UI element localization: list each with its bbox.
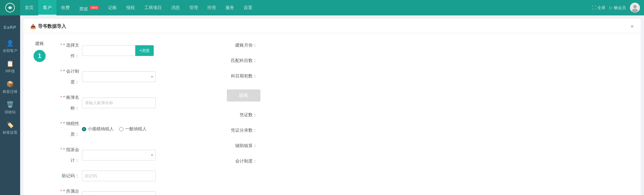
form-row-file: * 选择文件： +浏览 [52,40,180,61]
accounting-system-select-wrapper: ▾ [82,71,156,82]
form-row-memo: 助记码： [52,171,180,181]
migration-icon: 📦 [6,80,14,88]
fullscreen-icon: ⛶ [592,5,596,10]
main-content: 📥 导爷数据导入 × 建账 1 * 选择文件： [20,15,644,195]
nav-invoices[interactable]: 票据 new [75,0,103,15]
step-label: 建账 [35,41,44,47]
svg-point-2 [633,5,637,8]
play-icon: ▷ [609,5,612,10]
form-grid: * 选择文件： +浏览 * 会计制度： [52,40,180,195]
voucher-entries-label: 凭证分录数： [227,125,257,136]
nav-management[interactable]: 管理 [185,0,203,15]
sidebar-item-declaration[interactable]: 📋 0申报 [0,57,20,77]
accountant-select-wrapper: ▾ [82,150,156,160]
top-navigation: 首页 客户 收费 票据 new 记账 报税 工商项目 消息 管理 经营 服务 设… [0,0,644,15]
voucher-label: 凭证数： [227,110,257,120]
info-row-account-month: 建账月份： [227,40,301,51]
account-month-label: 建账月份： [227,40,257,51]
dialog-card: 📥 导爷数据导入 × 建账 1 * 选择文件： [23,19,641,195]
avatar[interactable] [630,3,640,13]
nav-tax[interactable]: 报税 [121,0,140,15]
svg-point-3 [632,9,638,12]
accounting-system-label: * 会计制度： [52,66,79,87]
nav-messages[interactable]: 消息 [166,0,185,15]
nav-customers[interactable]: 客户 [38,0,56,15]
subject-init-label: 科目期初数： [227,71,257,81]
file-text-input[interactable] [82,45,136,56]
close-button[interactable]: × [630,23,634,29]
dialog-title: 📥 导爷数据导入 [30,23,66,29]
radio-general-taxpayer[interactable]: 一般纳税人 [119,126,147,132]
memo-input[interactable] [82,171,156,181]
build-btn-wrapper: 建账 [227,89,301,102]
trash-icon: 🗑️ [6,101,14,108]
sidebar-item-migration[interactable]: 📦 账套迁移 [0,77,20,97]
fullscreen-btn[interactable]: ⛶ 全屏 [592,5,605,11]
build-account-button[interactable]: 建账 [227,89,260,102]
sidebar-item-recycle[interactable]: 🗑️ 回收站 [0,97,20,118]
form-left-section: 建账 1 * 选择文件： +浏览 [34,40,180,195]
declaration-icon: 📋 [6,60,14,67]
info-row-voucher: 凭证数： [227,110,301,120]
logo [0,0,20,15]
memo-label: 助记码： [52,171,79,181]
ledger-name-input[interactable] [82,97,156,108]
accountant-select[interactable] [82,150,156,160]
form-row-company: * 所属企业： [52,186,180,195]
tag-icon: 🏷️ [6,121,14,129]
form-row-accounting-system: * 会计制度： ▾ [52,66,180,87]
company-input[interactable] [82,191,156,195]
sidebar-item-all-clients[interactable]: 👤 全部客户 [0,36,20,57]
info-row-acc-system: 会计制度： [227,156,301,167]
aux-calc-label: 辅助核算： [227,140,257,151]
member-btn[interactable]: ▷ 畅会员 [609,5,626,11]
nav-badge-new: new [90,5,99,10]
company-label: * 所属企业： [52,186,79,195]
nav-business[interactable]: 工商项目 [140,0,166,15]
browse-button[interactable]: +浏览 [135,45,154,56]
nav-billing[interactable]: 收费 [56,0,75,15]
file-label: * 选择文件： [52,40,79,61]
radio-small-taxpayer[interactable]: 小规模纳税人 [82,126,114,132]
info-row-aux-calc: 辅助核算： [227,140,301,151]
nav-operations[interactable]: 经营 [203,0,221,15]
form-row-tax-type: * 纳税性质： 小规模纳税人 一般纳税人 [52,118,180,140]
sidebar-item-tags[interactable]: 🏷️ 标签设置 [0,118,20,138]
form-row-ledger-name: * 账簿名称： [52,92,180,114]
dialog-body: 建账 1 * 选择文件： +浏览 [23,33,641,195]
ledger-name-label: * 账簿名称： [52,92,79,114]
nav-right-area: ⛶ 全屏 ▷ 畅会员 [592,3,640,13]
nav-bookkeeping[interactable]: 记账 [103,0,121,15]
accountant-label: * 指派会计： [52,144,79,166]
user-icon: 👤 [6,40,14,47]
main-layout: EaRP 👤 全部客户 📋 0申报 📦 账套迁移 🗑️ 回收站 🏷️ 标签设置 [0,15,644,195]
right-panel: 建账月份： 匹配科目数： 科目期初数： 建 [200,40,301,195]
match-subject-label: 匹配科目数： [227,55,257,66]
nav-home[interactable]: 首页 [20,0,38,15]
form-row-accountant: * 指派会计： ▾ [52,144,180,166]
nav-settings[interactable]: 设置 [239,0,257,15]
sidebar: EaRP 👤 全部客户 📋 0申报 📦 账套迁移 🗑️ 回收站 🏷️ 标签设置 [0,15,20,195]
nav-services[interactable]: 服务 [221,0,239,15]
tax-type-radio-group: 小规模纳税人 一般纳税人 [82,124,147,134]
tax-type-label: * 纳税性质： [52,118,79,140]
svg-point-1 [9,7,11,9]
nav-menu: 首页 客户 收费 票据 new 记账 报税 工商项目 消息 管理 经营 服务 设… [20,0,592,15]
right-info-section: 建账月份： 匹配科目数： 科目期初数： 建 [227,40,301,167]
info-row-voucher-entries: 凭证分录数： [227,125,301,136]
info-row-subject-init: 科目期初数： [227,71,301,81]
accounting-system-select[interactable] [82,71,156,82]
dialog-header: 📥 导爷数据导入 × [23,19,641,33]
earp-logo: EaRP [0,18,20,36]
acc-system-label: 会计制度： [227,156,257,167]
info-row-match-subject: 匹配科目数： [227,55,301,66]
step-badge: 1 [34,50,46,62]
file-input-group: +浏览 [82,45,154,56]
import-icon: 📥 [30,24,36,29]
